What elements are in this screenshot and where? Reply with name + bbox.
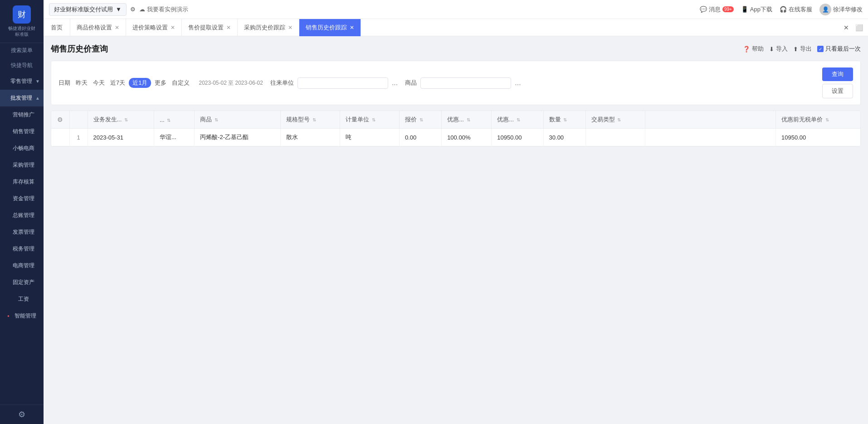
window-controls: ✕ ⬜: [841, 22, 868, 33]
date-option-today[interactable]: 今天: [91, 78, 107, 88]
partner-label: 往来单位: [270, 79, 294, 87]
th-goods[interactable]: 商品 ⇅: [195, 111, 281, 129]
sidebar-item-salary[interactable]: 工资: [0, 291, 44, 308]
sort-qty-icon: ⇅: [563, 117, 567, 122]
row-price-cell: 0.00: [399, 129, 441, 146]
sidebar-item-finance[interactable]: 资金管理: [0, 190, 44, 207]
help-button[interactable]: ❓ 帮助: [743, 45, 764, 53]
sidebar-item-invoice[interactable]: 发票管理: [0, 224, 44, 241]
date-label: 日期: [59, 79, 70, 87]
tab-pricing-strategy[interactable]: 进价策略设置 ✕: [126, 19, 182, 36]
window-maximize-button[interactable]: ⬜: [853, 22, 864, 33]
sidebar-item-inventory[interactable]: 库存核算: [0, 173, 44, 190]
sort-discount2-icon: ⇅: [517, 117, 520, 122]
sidebar-item-purchase[interactable]: 采购管理: [0, 157, 44, 173]
sidebar-item-retail[interactable]: 零售管理 ▼: [0, 73, 44, 90]
only-last-checkbox[interactable]: ✓ 只看最后一次: [817, 45, 861, 53]
tab-close-pricing-strategy[interactable]: ✕: [171, 25, 175, 30]
th-qty[interactable]: 数量 ⇅: [543, 111, 585, 129]
tab-close-sale-extract[interactable]: ✕: [226, 25, 231, 30]
sidebar-settings-icon[interactable]: ⚙: [0, 405, 44, 424]
app-download-button[interactable]: 📱 App下载: [741, 5, 772, 14]
th-more[interactable]: ... ⇅: [154, 111, 194, 129]
goods-picker-button[interactable]: ...: [515, 79, 521, 87]
sidebar-logo: 财 畅捷通好业财 标准版: [0, 0, 44, 43]
th-spec[interactable]: 规格型号 ⇅: [281, 111, 340, 129]
date-option-yesterday[interactable]: 昨天: [74, 78, 89, 88]
tab-close-purchase-history[interactable]: ✕: [288, 25, 293, 30]
retail-arrow-icon: ▼: [35, 79, 40, 84]
tab-sale-extract[interactable]: 售价提取设置 ✕: [182, 19, 238, 36]
service-button[interactable]: 🎧 在线客服: [780, 5, 812, 14]
table-row: 1 2023-05-31 华谊... 丙烯酸-2-乙基己酯 散水: [51, 129, 860, 146]
wholesale-arrow-icon: ▲: [35, 96, 40, 101]
settings-button[interactable]: 设置: [822, 84, 853, 98]
tab-sales-history[interactable]: 销售历史价跟踪 ✕: [299, 19, 361, 36]
th-biz-date[interactable]: 业务发生... ⇅: [88, 111, 154, 129]
tab-price-setting[interactable]: 商品价格设置 ✕: [70, 19, 126, 36]
tab-close-sales-history[interactable]: ✕: [350, 25, 354, 30]
date-options: 昨天 今天 近7天 近1月 更多 自定义: [74, 78, 191, 88]
message-button[interactable]: 💬 消息 99+: [700, 5, 734, 14]
query-button[interactable]: 查询: [822, 67, 853, 81]
sort-biz-date-icon: ⇅: [124, 117, 128, 122]
sidebar-item-search[interactable]: 搜索菜单: [0, 43, 44, 58]
page-header: 销售历史价查询 ❓ 帮助 ⬇ 导入 ⬆ 导出 ✓ 只看最后一次: [51, 43, 861, 54]
partner-input[interactable]: [297, 77, 388, 89]
checkbox-icon: ✓: [817, 46, 824, 52]
date-option-week7[interactable]: 近7天: [108, 78, 127, 88]
sort-goods-icon: ⇅: [215, 117, 218, 122]
partner-picker-button[interactable]: ...: [392, 79, 398, 87]
sidebar-item-ledger[interactable]: 总账管理: [0, 207, 44, 224]
th-trade-type[interactable]: 交易类型 ⇅: [585, 111, 645, 129]
sidebar-item-sales[interactable]: 销售管理: [0, 123, 44, 140]
sidebar-item-asset[interactable]: 固定资产: [0, 274, 44, 291]
table-settings-icon[interactable]: ⚙: [57, 116, 63, 123]
filter-area: 日期 昨天 今天 近7天 近1月 更多 自定义 2023-05-02 至 202…: [51, 61, 861, 105]
cloud-icon: ☁: [139, 6, 145, 13]
date-range-display: 2023-05-02 至 2023-06-02: [199, 79, 263, 87]
message-icon: 💬: [700, 6, 707, 13]
goods-filter-group: 商品 ...: [405, 77, 521, 89]
logo-text: 畅捷通好业财 标准版: [8, 25, 35, 37]
date-option-month1[interactable]: 近1月: [129, 78, 151, 88]
import-button[interactable]: ⬇ 导入: [769, 45, 788, 53]
sidebar-item-ecommerce[interactable]: 电商管理: [0, 257, 44, 274]
date-option-custom[interactable]: 自定义: [170, 78, 191, 88]
row-num-cell: 1: [69, 129, 88, 146]
date-option-more[interactable]: 更多: [153, 78, 168, 88]
data-table: ⚙ 业务发生... ⇅ ... ⇅ 商品 ⇅: [51, 111, 861, 147]
window-close-button[interactable]: ✕: [841, 22, 852, 33]
demo-button[interactable]: ☁ 我要看实例演示: [139, 5, 188, 14]
goods-input[interactable]: [420, 77, 511, 89]
sort-trade-type-icon: ⇅: [617, 117, 621, 122]
filter-row: 日期 昨天 今天 近7天 近1月 更多 自定义 2023-05-02 至 202…: [59, 67, 853, 98]
th-discount2[interactable]: 优惠... ⇅: [492, 111, 543, 129]
version-select[interactable]: 好业财标准版交付试用 ▼: [49, 3, 127, 16]
tab-home[interactable]: 首页: [44, 19, 70, 36]
sidebar-item-marketing[interactable]: 营销推广: [0, 106, 44, 123]
sidebar-item-wholesale[interactable]: 批发管理 ▲: [0, 90, 44, 106]
th-discount1[interactable]: 优惠... ⇅: [442, 111, 492, 129]
help-icon: ❓: [743, 46, 750, 53]
th-spacer: [645, 111, 776, 129]
goods-label: 商品: [405, 79, 417, 87]
sidebar-item-quick-nav[interactable]: 快捷导航: [0, 58, 44, 73]
tab-close-price-setting[interactable]: ✕: [115, 25, 119, 30]
page-actions: ❓ 帮助 ⬇ 导入 ⬆ 导出 ✓ 只看最后一次: [743, 45, 861, 53]
headset-icon: 🎧: [780, 6, 787, 13]
date-filter-group: 日期 昨天 今天 近7天 近1月 更多 自定义 2023-05-02 至 202…: [59, 78, 263, 88]
sidebar-item-smart[interactable]: 智能管理: [0, 308, 44, 324]
tab-purchase-history[interactable]: 采购历史价跟踪 ✕: [238, 19, 299, 36]
sidebar-item-xiaochange[interactable]: 小畅电商: [0, 140, 44, 157]
row-goods-cell: 丙烯酸-2-乙基己酯: [195, 129, 281, 146]
export-button[interactable]: ⬆ 导出: [793, 45, 812, 53]
user-profile-button[interactable]: 👤 徐泽华修改: [819, 4, 863, 15]
sidebar-item-tax[interactable]: 税务管理: [0, 241, 44, 257]
th-unit[interactable]: 计量单位 ⇅: [340, 111, 400, 129]
th-pre-tax-price[interactable]: 优惠前无税单价 ⇅: [776, 111, 860, 129]
row-discount2-cell: 10950.00: [492, 129, 543, 146]
th-price[interactable]: 报价 ⇅: [399, 111, 441, 129]
topbar-settings-button[interactable]: ⚙: [130, 6, 136, 13]
th-settings[interactable]: ⚙: [51, 111, 69, 129]
